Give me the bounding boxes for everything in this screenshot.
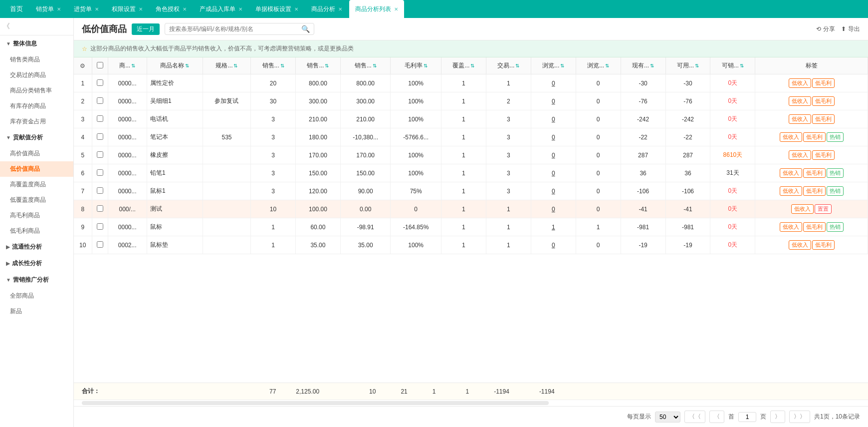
sidebar-item-low-coverage[interactable]: 低覆盖度商品 <box>0 192 73 208</box>
sort-icon[interactable]: ⇅ <box>470 63 474 68</box>
col-stock-available[interactable]: 可用... ⇅ <box>665 57 710 74</box>
row-checkbox[interactable] <box>92 236 108 254</box>
row-checkbox[interactable] <box>92 110 108 128</box>
col-code[interactable]: 商... ⇅ <box>108 57 147 74</box>
col-spec[interactable]: 规格... ⇅ <box>203 57 250 74</box>
nav-roles[interactable]: 角色授权 ✕ <box>150 0 193 18</box>
row-browse1[interactable]: 0 <box>531 164 576 182</box>
col-browse1[interactable]: 浏览... ⇅ <box>531 57 576 74</box>
close-icon[interactable]: ✕ <box>338 6 342 12</box>
row-checkbox[interactable] <box>92 74 108 92</box>
sidebar-item-high-gross[interactable]: 高毛利商品 <box>0 208 73 223</box>
next-page-btn[interactable]: 〉 <box>770 411 785 423</box>
sidebar-item-traded-products[interactable]: 交易过的商品 <box>0 67 73 83</box>
sort-icon[interactable]: ⇅ <box>695 63 699 68</box>
col-stock-current[interactable]: 现有... ⇅ <box>621 57 665 74</box>
sort-icon[interactable]: ⇅ <box>185 63 189 68</box>
nav-warehouse[interactable]: 产成品入库单 ✕ <box>194 0 248 18</box>
browse1-link[interactable]: 0 <box>552 98 555 105</box>
sort-icon[interactable]: ⇅ <box>650 63 654 68</box>
browse1-link[interactable]: 0 <box>552 170 555 177</box>
sort-icon[interactable]: ⇅ <box>325 63 329 68</box>
close-icon[interactable]: ✕ <box>394 6 398 12</box>
col-name[interactable]: 商品名称 ⇅ <box>147 57 203 74</box>
sidebar-item-stock-products[interactable]: 有库存的商品 <box>0 98 73 114</box>
row-checkbox[interactable] <box>92 200 108 218</box>
nav-permissions[interactable]: 权限设置 ✕ <box>106 0 149 18</box>
sidebar-collapse-btn[interactable]: 《 <box>3 22 10 31</box>
browse1-link[interactable]: 1 <box>552 224 555 231</box>
browse1-link[interactable]: 0 <box>552 116 555 123</box>
sort-icon[interactable]: ⇅ <box>740 63 744 68</box>
share-btn[interactable]: ⟲ 分享 <box>816 25 835 33</box>
sort-icon[interactable]: ⇅ <box>515 63 519 68</box>
sidebar-item-low-value[interactable]: 低价值商品 <box>0 161 73 177</box>
row-select-checkbox[interactable] <box>97 205 103 212</box>
row-select-checkbox[interactable] <box>97 223 103 230</box>
sort-icon[interactable]: ⇅ <box>560 63 564 68</box>
export-btn[interactable]: ⬆ 导出 <box>841 25 860 33</box>
row-browse1[interactable]: 0 <box>531 182 576 200</box>
nav-analysis[interactable]: 商品分析 ✕ <box>305 0 348 18</box>
sort-icon[interactable]: ⇅ <box>373 63 377 68</box>
browse1-link[interactable]: 0 <box>552 242 555 249</box>
nav-home[interactable]: 首页 <box>4 0 29 18</box>
sort-icon[interactable]: ⇅ <box>424 63 428 68</box>
row-checkbox[interactable] <box>92 182 108 200</box>
row-select-checkbox[interactable] <box>97 79 103 86</box>
prev-page-btn[interactable]: 〈 <box>709 411 724 423</box>
row-select-checkbox[interactable] <box>97 97 103 104</box>
browse1-link[interactable]: 0 <box>552 134 555 141</box>
col-checkbox[interactable] <box>92 57 108 74</box>
col-sales-price[interactable]: 销售... ⇅ <box>296 57 341 74</box>
nav-analysis-list[interactable]: 商品分析列表 ✕ <box>349 0 404 18</box>
browse1-link[interactable]: 0 <box>552 206 555 213</box>
col-stock-saleable[interactable]: 可销... ⇅ <box>710 57 755 74</box>
nav-sales[interactable]: 销货单 ✕ <box>30 0 67 18</box>
search-input[interactable] <box>169 25 301 32</box>
row-select-checkbox[interactable] <box>97 115 103 122</box>
row-browse1[interactable]: 0 <box>531 92 576 110</box>
filter-btn[interactable]: 近一月 <box>132 23 160 35</box>
row-browse1[interactable]: 0 <box>531 236 576 254</box>
row-select-checkbox[interactable] <box>97 169 103 176</box>
close-icon[interactable]: ✕ <box>95 6 99 12</box>
last-page-btn[interactable]: 〉〉 <box>789 411 810 423</box>
row-checkbox[interactable] <box>92 146 108 164</box>
row-browse1[interactable]: 0 <box>531 200 576 218</box>
col-gross-margin[interactable]: 毛利率 ⇅ <box>391 57 441 74</box>
row-browse1[interactable]: 0 <box>531 128 576 146</box>
row-browse1[interactable]: 0 <box>531 146 576 164</box>
sort-icon[interactable]: ⇅ <box>605 63 609 68</box>
sidebar-section-growth[interactable]: ▶ 成长性分析 <box>0 255 73 272</box>
row-select-checkbox[interactable] <box>97 133 103 140</box>
sort-icon[interactable]: ⇅ <box>131 63 135 68</box>
sidebar-section-overall[interactable]: ▼ 整体信息 <box>0 35 73 52</box>
nav-purchase[interactable]: 进货单 ✕ <box>68 0 105 18</box>
col-browse2[interactable]: 浏览... ⇅ <box>576 57 621 74</box>
row-select-checkbox[interactable] <box>97 241 103 248</box>
browse1-link[interactable]: 0 <box>552 80 555 87</box>
page-number-input[interactable] <box>738 412 756 422</box>
row-checkbox[interactable] <box>92 92 108 110</box>
col-sales-cost[interactable]: 销售... ⇅ <box>340 57 390 74</box>
col-trade[interactable]: 交易... ⇅ <box>486 57 531 74</box>
browse1-link[interactable]: 0 <box>552 152 555 159</box>
col-coverage[interactable]: 覆盖... ⇅ <box>441 57 486 74</box>
row-browse1[interactable]: 1 <box>531 218 576 236</box>
sidebar-item-all-products[interactable]: 全部商品 <box>0 288 73 304</box>
col-gear[interactable]: ⚙ <box>74 57 92 74</box>
browse1-link[interactable]: 0 <box>552 188 555 195</box>
row-checkbox[interactable] <box>92 164 108 182</box>
close-icon[interactable]: ✕ <box>294 6 298 12</box>
row-checkbox[interactable] <box>92 128 108 146</box>
sort-icon[interactable]: ⇅ <box>280 63 284 68</box>
close-icon[interactable]: ✕ <box>238 6 242 12</box>
sidebar-item-high-coverage[interactable]: 高覆盖度商品 <box>0 177 73 192</box>
sort-icon[interactable]: ⇅ <box>233 63 237 68</box>
gear-icon[interactable]: ⚙ <box>80 62 85 69</box>
first-page-btn[interactable]: 〈〈 <box>684 411 705 423</box>
search-icon[interactable]: 🔍 <box>301 25 310 33</box>
row-select-checkbox[interactable] <box>97 151 103 158</box>
close-icon[interactable]: ✕ <box>57 6 61 12</box>
